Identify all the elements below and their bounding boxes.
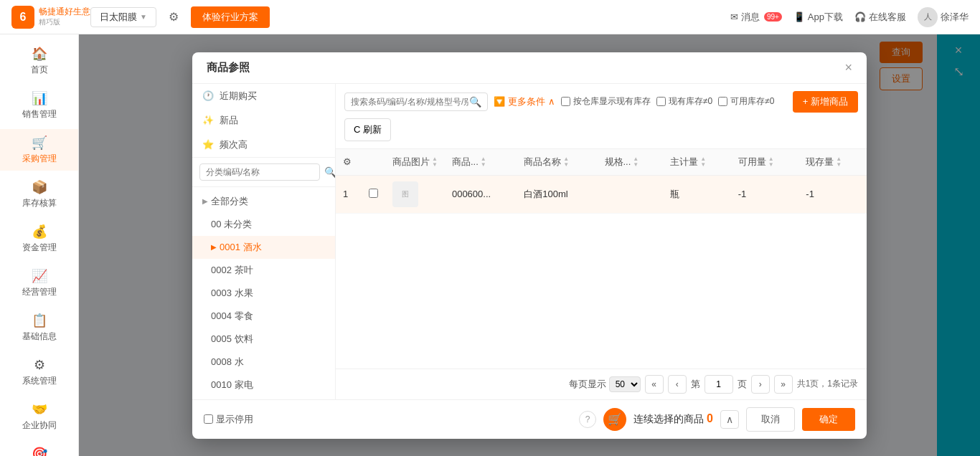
user-profile[interactable]: 人 徐泽华 [918,7,969,27]
warehouse-display-checkbox[interactable]: 按仓库显示现有库存 [561,95,651,108]
th-stock: 现存量 ▲▼ [798,149,867,176]
cart-icon-button[interactable]: 🛒 [603,408,626,431]
warehouse-checkbox-input[interactable] [561,97,570,106]
guide-icon: 🎯 [32,446,47,456]
cart-icon: 🛒 [608,412,622,426]
modal-close-button[interactable]: × [844,61,852,74]
cat-label-unclassified: 00 未分类 [211,218,252,231]
sales-icon: 📊 [32,90,47,106]
gear-button[interactable]: ⚙ [162,6,185,29]
sidebar-item-sales[interactable]: 📊 销售管理 [0,85,78,126]
filter-arrow-icon: ∧ [548,96,555,107]
sidebar-label-sales: 销售管理 [22,108,57,120]
modal-body: 🕐 近期购买 ✨ 新品 ⭐ 频次高 [192,84,867,399]
sidebar-item-basic-info[interactable]: 📋 基础信息 [0,307,78,348]
cancel-button[interactable]: 取消 [746,407,795,432]
trial-button[interactable]: 体验行业方案 [191,6,270,28]
cat-snacks[interactable]: 0004 零食 [192,305,335,328]
cat-label-all: 全部分类 [211,195,248,208]
confirm-button[interactable]: 确定 [802,408,855,431]
row-checkbox[interactable] [362,175,385,213]
navbar-right: ✉ 消息 99+ 📱 App下载 🎧 在线客服 人 徐泽华 [730,7,969,27]
prev-page-button[interactable]: ‹ [668,375,687,394]
finance-icon: 💰 [32,224,47,239]
product-image-placeholder: 图 [392,181,418,207]
product-search-icon[interactable]: 🔍 [469,96,481,108]
th-checkbox [362,149,385,176]
th-settings[interactable]: ⚙ [336,149,362,176]
product-search-input[interactable] [351,97,469,107]
app-download-button[interactable]: 📱 App下载 [793,11,843,24]
add-product-button[interactable]: + 新增商品 [793,91,858,113]
cat-appliances[interactable]: 0010 家电 [192,374,335,396]
available-stock-checkbox[interactable]: 可用库存≠0 [718,95,774,108]
row-spec [598,175,664,213]
navbar-middle: 日太阳膜 ▼ ⚙ 体验行业方案 [90,6,730,29]
show-disabled-checkbox[interactable]: 显示停用 [204,413,253,426]
sidebar-item-guide[interactable]: 🎯 新手引导 [0,440,78,456]
sidebar-item-inventory[interactable]: 📦 库存核算 [0,174,78,215]
cat-fruit[interactable]: 0003 水果 [192,282,335,305]
last-page-button[interactable]: » [774,375,793,394]
sidebar-item-finance[interactable]: 💰 资金管理 [0,218,78,260]
username: 徐泽华 [941,11,969,24]
modal-toolbar: 🔍 🔽 更多条件 ∧ 按仓库显示现有库存 [336,84,867,149]
store-name: 日太阳膜 [100,11,137,24]
th-name: 商品名称 ▲▼ [517,149,597,176]
row-code: 000600... [445,175,517,213]
selected-text: 连续选择的商品 [633,413,704,424]
page-size-select[interactable]: 50 [609,376,641,392]
sidebar-item-purchase[interactable]: 🛒 采购管理 [0,129,78,171]
nonzero-stock-input[interactable] [656,97,666,106]
row-image: 图 [385,175,445,213]
cat-unclassified[interactable]: 00 未分类 [192,213,335,236]
nonzero-stock-label: 现有库存≠0 [669,95,712,108]
cat-label-water: 0008 水 [211,356,244,369]
help-button[interactable]: ? [579,411,596,428]
chevron-down-icon: ▼ [140,13,147,21]
messages-button[interactable]: ✉ 消息 99+ [730,11,782,24]
quick-item-recent[interactable]: 🕐 近期购买 [192,84,335,108]
cat-water[interactable]: 0008 水 [192,351,335,374]
operations-icon: 📈 [32,268,47,284]
app-download-label: App下载 [808,11,843,24]
online-service-button[interactable]: 🎧 在线客服 [854,11,906,24]
filter-button[interactable]: 🔽 更多条件 ∧ [494,95,555,108]
store-selector[interactable]: 日太阳膜 ▼ [90,7,156,27]
row-checkbox-input[interactable] [369,189,378,198]
cat-all[interactable]: ▶ 全部分类 [192,190,335,213]
nonzero-stock-checkbox[interactable]: 现有库存≠0 [656,95,712,108]
modal-main-content: 🔍 🔽 更多条件 ∧ 按仓库显示现有库存 [336,84,867,399]
sidebar-item-system[interactable]: ⚙ 系统管理 [0,351,78,393]
sidebar-item-enterprise[interactable]: 🤝 企业协同 [0,396,78,437]
row-num: 1 [336,175,362,213]
cat-label-alcohol: 0001 酒水 [220,241,262,254]
show-disabled-input[interactable] [204,414,213,424]
cat-alcohol[interactable]: ▶ 0001 酒水 [192,236,335,259]
first-page-button[interactable]: « [645,375,664,394]
category-search-input[interactable] [199,163,320,181]
table-row[interactable]: 1 图 000600... 白酒100ml [336,175,867,213]
quick-item-frequent[interactable]: ⭐ 频次高 [192,133,335,157]
cat-tea[interactable]: 0002 茶叶 [192,259,335,282]
quick-label-frequent: 频次高 [220,138,248,151]
online-service-label: 在线客服 [869,11,906,24]
avatar: 人 [918,7,938,27]
refresh-button[interactable]: C 刷新 [344,118,391,141]
page-label: 第 [691,378,700,391]
sidebar-item-operations[interactable]: 📈 经营管理 [0,262,78,304]
available-stock-input[interactable] [718,97,727,106]
col-available-label: 可用量 [738,156,766,168]
frequent-icon: ⭐ [202,139,214,150]
logo-area: 6 畅捷通好生意 精巧版 [11,6,90,29]
quick-item-new[interactable]: ✨ 新品 [192,108,335,133]
cat-drinks[interactable]: 0005 饮料 [192,328,335,351]
page-number-input[interactable] [705,375,733,394]
th-image: 商品图片 ▲▼ [385,149,445,176]
sidebar-item-home[interactable]: 🏠 首页 [0,40,78,82]
next-page-button[interactable]: › [751,375,770,394]
category-search-icon[interactable]: 🔍 [324,166,336,178]
collapse-footer-button[interactable]: ∧ [720,410,739,429]
category-panel: 🕐 近期购买 ✨ 新品 ⭐ 频次高 [192,84,336,399]
modal-title: 商品参照 [207,61,250,75]
